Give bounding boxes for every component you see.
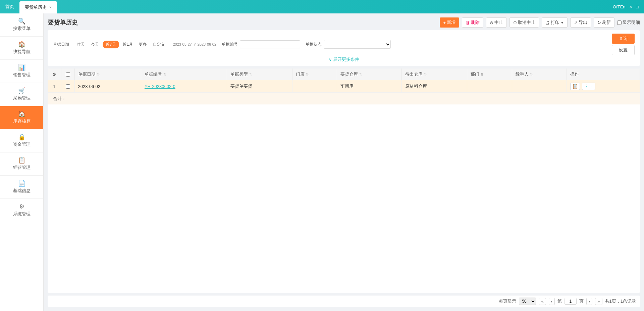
home-icon: 🏠 — [18, 41, 25, 47]
page-input[interactable] — [565, 298, 577, 305]
sidebar-item-system[interactable]: ⚙ 系统管理 — [0, 199, 43, 222]
sort-icon-doc-no: ⇅ — [163, 73, 166, 76]
summary-row: 合计： — [48, 93, 640, 104]
per-page-select[interactable]: 50 10 20 100 — [519, 298, 536, 305]
row-more-btn[interactable]: ⋮⋮ — [582, 83, 595, 90]
tab-history[interactable]: 要货单历史 × — [19, 1, 57, 13]
sort-icon-dept: ⇅ — [481, 73, 483, 76]
page-label-start: 第 — [557, 298, 562, 304]
doc-status-filter: 单据状态 — [306, 40, 606, 49]
date-btn-more[interactable]: 更多 — [137, 41, 149, 48]
date-btn-today[interactable]: 今天 — [89, 41, 101, 48]
query-button[interactable]: 查询 — [612, 34, 635, 44]
doc-no-input[interactable] — [240, 40, 300, 48]
col-settings[interactable]: ⚙ — [48, 69, 61, 80]
col-handler[interactable]: 经手人 ⇅ — [512, 69, 567, 80]
doc-status-select[interactable] — [324, 40, 391, 49]
row-view-btn[interactable]: 📋 — [570, 83, 580, 90]
sidebar-item-basic-label: 基础信息 — [13, 188, 31, 194]
new-label: 新增 — [447, 19, 455, 26]
sidebar-item-finance[interactable]: 🔒 资金管理 — [0, 129, 43, 152]
last-page-btn[interactable]: » — [595, 298, 602, 305]
new-button[interactable]: + 新增 — [440, 17, 460, 28]
window-close-icon[interactable]: × — [630, 4, 632, 9]
cancel-stop-icon: ⊙ — [513, 20, 517, 25]
col-doc-date-label: 单据日期 — [78, 71, 96, 77]
export-icon: ↗ — [574, 20, 578, 25]
print-button[interactable]: 🖨 打印 ▼ — [542, 17, 568, 28]
col-doc-type[interactable]: 单据类型 ⇅ — [227, 69, 292, 80]
col-store[interactable]: 门店 ⇅ — [292, 69, 337, 80]
cancel-stop-button[interactable]: ⊙ 取消中止 — [509, 17, 539, 28]
date-range-display: 2023-05-27 至 2023-06-02 — [173, 42, 216, 47]
date-btn-yesterday[interactable]: 昨天 — [74, 41, 87, 48]
select-all-checkbox[interactable] — [66, 72, 70, 77]
toolbar: + 新增 🗑 删除 ⊙ 中止 ⊙ 取消中止 🖨 打印 — [440, 17, 640, 28]
per-page-label: 每页显示 — [499, 298, 516, 304]
delete-button[interactable]: 🗑 删除 — [462, 17, 483, 28]
window-maximize-icon[interactable]: □ — [636, 4, 639, 9]
sidebar-item-sales[interactable]: 📊 销售管理 — [0, 60, 43, 83]
doc-no-link[interactable]: YH-20230602-0 — [145, 84, 175, 89]
date-btn-custom[interactable]: 自定义 — [151, 41, 167, 48]
delete-label: 删除 — [471, 19, 480, 26]
col-req-warehouse-label: 要货仓库 — [340, 71, 358, 77]
chart-icon: 📊 — [18, 64, 25, 71]
col-checkbox — [61, 69, 74, 80]
col-handler-label: 经手人 — [516, 71, 529, 77]
search-icon: 🔍 — [18, 18, 25, 24]
print-label: 打印 — [551, 19, 559, 26]
col-pending-warehouse[interactable]: 待出仓库 ⇅ — [402, 69, 467, 80]
expand-more-btn[interactable]: ∨ 展开更多条件 — [53, 56, 635, 62]
col-doc-date[interactable]: 单据日期 ⇅ — [74, 69, 141, 80]
display-detail-checkbox[interactable] — [617, 20, 622, 25]
sidebar-item-sales-label: 销售管理 — [13, 72, 31, 78]
prev-page-btn[interactable]: ‹ — [549, 298, 555, 305]
col-doc-type-label: 单据类型 — [230, 71, 248, 77]
first-page-btn[interactable]: « — [539, 298, 546, 305]
close-tab-icon[interactable]: × — [49, 5, 52, 10]
delete-icon: 🗑 — [466, 20, 470, 25]
display-detail-toggle[interactable]: 显示明细 — [617, 19, 640, 26]
sidebar-item-basic[interactable]: 📄 基础信息 — [0, 176, 43, 199]
page-label-end: 页 — [579, 298, 584, 304]
refresh-button[interactable]: ↻ 刷新 — [594, 17, 614, 28]
setting-button[interactable]: 设置 — [612, 45, 635, 55]
export-button[interactable]: ↗ 导出 — [570, 17, 591, 28]
col-doc-no-label: 单据编号 — [145, 71, 162, 77]
doc-status-label: 单据状态 — [306, 42, 322, 47]
col-pending-warehouse-label: 待出仓库 — [405, 71, 423, 77]
col-dept[interactable]: 部门 ⇅ — [467, 69, 512, 80]
pagination-bar: 每页显示 50 10 20 100 « ‹ 第 页 › » 共1页，1条记录 — [48, 296, 640, 307]
date-btn-1month[interactable]: 近1月 — [120, 41, 136, 48]
sidebar-item-purchase-label: 采购管理 — [13, 95, 31, 101]
cart-icon: 🛒 — [18, 88, 25, 94]
row-doc-date: 2023-06-02 — [74, 80, 141, 93]
clipboard-icon: 📋 — [18, 157, 25, 163]
table-header: ⚙ 单据日期 ⇅ — [48, 69, 640, 80]
sidebar-item-search[interactable]: 🔍 搜索菜单 — [0, 13, 43, 37]
filter-row-1: 单据日期 昨天 今天 近7天 近1月 更多 自定义 2023-05-27 至 2… — [53, 34, 635, 55]
doc-icon: 📄 — [18, 180, 25, 186]
sidebar-item-operation-label: 经营管理 — [13, 165, 31, 171]
col-req-warehouse[interactable]: 要货仓库 ⇅ — [337, 69, 402, 80]
doc-no-filter: 单据编号 — [222, 40, 300, 48]
tab-history-label: 要货单历史 — [25, 4, 47, 10]
sidebar-item-inventory-label: 库存核算 — [13, 118, 31, 124]
sidebar-item-inventory[interactable]: 🏠 库存核算 — [0, 106, 43, 129]
date-btn-7days[interactable]: 近7天 — [103, 41, 119, 48]
table-row: 1 2023-06-02 YH-20230602-0 要货单要货 车间库 原材料… — [48, 80, 640, 93]
col-dept-label: 部门 — [471, 71, 479, 77]
next-page-btn[interactable]: › — [586, 298, 592, 305]
row-checkbox[interactable] — [66, 84, 70, 89]
tab-home[interactable]: 首页 — [0, 0, 19, 13]
sidebar-item-quick-nav[interactable]: 🏠 快捷导航 — [0, 37, 43, 60]
col-doc-no[interactable]: 单据编号 ⇅ — [141, 69, 227, 80]
row-handler — [512, 80, 567, 93]
stop-button[interactable]: ⊙ 中止 — [486, 17, 507, 28]
sidebar-item-quick-nav-label: 快捷导航 — [13, 49, 31, 55]
sidebar-item-finance-label: 资金管理 — [13, 141, 31, 147]
filter-actions: 查询 设置 — [612, 34, 635, 55]
sidebar-item-purchase[interactable]: 🛒 采购管理 — [0, 83, 43, 106]
sidebar-item-operation[interactable]: 📋 经营管理 — [0, 152, 43, 176]
